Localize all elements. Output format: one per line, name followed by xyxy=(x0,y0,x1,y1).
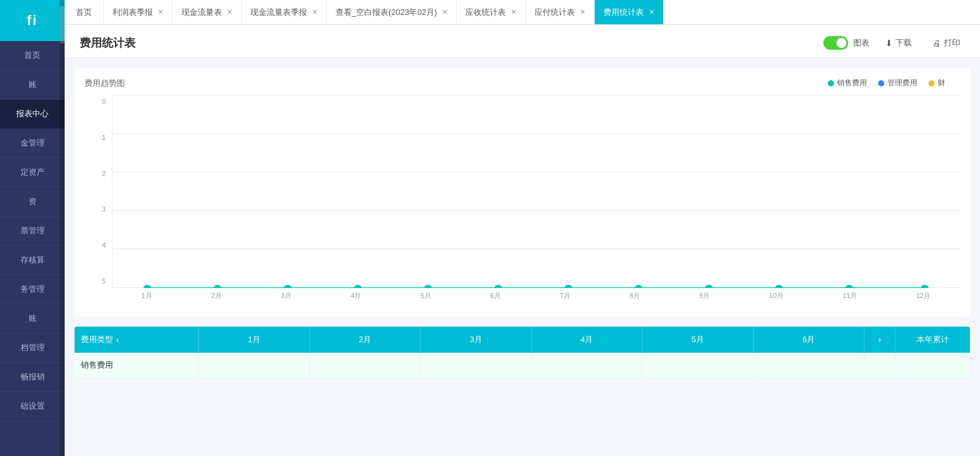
legend-label-admin: 管理费用 xyxy=(887,78,917,88)
print-button[interactable]: 🖨 打印 xyxy=(928,35,965,51)
y-label-2: 2 xyxy=(85,170,109,177)
sidebar-item-reports[interactable]: 报表中心 xyxy=(0,100,65,129)
x-label-2: 2月 xyxy=(211,291,222,307)
x-label-6: 6月 xyxy=(490,291,501,307)
tab-close-cashflow-quarterly[interactable]: ✕ xyxy=(312,8,318,16)
legend-item-sales: 销售费用 xyxy=(828,78,867,88)
scroll-thumb[interactable] xyxy=(60,6,65,44)
tab-close-receivable[interactable]: ✕ xyxy=(511,8,516,16)
x-label-8: 8月 xyxy=(630,291,640,307)
y-label-1: 1 xyxy=(85,134,109,141)
chart-dot-11 xyxy=(845,285,853,288)
sidebar-item-inventory[interactable]: 存核算 xyxy=(0,246,65,275)
tab-close-expense[interactable]: ✕ xyxy=(649,8,654,16)
th-nav-next[interactable]: › xyxy=(864,327,895,353)
x-label-4: 4月 xyxy=(350,291,361,307)
td-m2 xyxy=(310,353,421,378)
page-title: 费用统计表 xyxy=(80,35,135,50)
chart-dot-5 xyxy=(424,285,432,288)
chart-dot-8 xyxy=(634,285,642,288)
chart-toggle[interactable] xyxy=(823,36,848,50)
table-section: 费用类型 ‹ 1月 2月 3月 4月 5月 6月 › 本年累计 销售费用 xyxy=(75,327,970,378)
th-yearly: 本年累计 xyxy=(895,327,970,353)
x-label-9: 9月 xyxy=(699,291,710,307)
download-button[interactable]: ⬇ 下载 xyxy=(881,35,917,51)
th-month-2: 2月 xyxy=(310,327,421,353)
y-label-4: 4 xyxy=(85,242,109,249)
sidebar-item-cash[interactable]: 金管理 xyxy=(0,129,65,158)
th-month-5: 5月 xyxy=(643,327,754,353)
legend-dot-sales xyxy=(828,80,834,86)
tab-close-profit-quarterly[interactable]: ✕ xyxy=(158,8,163,16)
x-label-7: 7月 xyxy=(560,291,570,307)
x-axis: 1月 2月 3月 4月 5月 6月 7月 8月 9月 10月 11月 12月 xyxy=(112,291,960,307)
sidebar: fi 首页 账 报表中心 金管理 定资产 资 票管理 存核算 务管理 账 档管理… xyxy=(0,0,65,456)
sidebar-item-service[interactable]: 务管理 xyxy=(0,275,65,304)
tab-close-blank-report[interactable]: ✕ xyxy=(442,8,447,16)
chart-svg xyxy=(112,95,960,288)
legend-item-finance: 财 xyxy=(928,78,945,88)
sidebar-item-archive[interactable]: 档管理 xyxy=(0,333,65,363)
sidebar-item-home[interactable]: 首页 xyxy=(0,41,65,70)
th-month-6: 6月 xyxy=(754,327,865,353)
th-type: 费用类型 ‹ xyxy=(75,327,199,353)
toggle-label: 图表 xyxy=(853,37,869,49)
legend-dot-finance xyxy=(928,80,935,86)
chart-dot-7 xyxy=(564,285,572,288)
td-m5 xyxy=(643,353,754,378)
tab-close-cashflow[interactable]: ✕ xyxy=(227,8,232,16)
print-icon: 🖨 xyxy=(933,39,941,48)
y-axis: 5 4 3 2 1 0 xyxy=(85,95,109,288)
x-label-5: 5月 xyxy=(420,291,431,307)
chart-dot-4 xyxy=(354,285,362,288)
td-m6 xyxy=(754,353,865,378)
tab-payable[interactable]: 应付统计表 ✕ xyxy=(526,0,595,24)
x-label-12: 12月 xyxy=(916,291,930,307)
tab-expense[interactable]: 费用统计表 ✕ xyxy=(595,0,664,24)
download-icon: ⬇ xyxy=(886,39,892,48)
chart-dot-2 xyxy=(214,285,221,288)
td-m1 xyxy=(199,353,310,378)
sidebar-item-invoice[interactable]: 票管理 xyxy=(0,216,65,246)
nav-prev-arrow[interactable]: ‹ xyxy=(116,335,119,345)
chart-dot-1 xyxy=(144,285,151,288)
y-label-3: 3 xyxy=(85,206,109,213)
nav-next-arrow[interactable]: › xyxy=(878,335,881,345)
tab-profit-quarterly[interactable]: 利润表季报 ✕ xyxy=(104,0,173,24)
x-label-11: 11月 xyxy=(843,291,857,307)
x-label-1: 1月 xyxy=(142,291,152,307)
tab-cashflow-quarterly[interactable]: 现金流量表季报 ✕ xyxy=(242,0,327,24)
tab-blank-report[interactable]: 查看_空白报表(2023年02月) ✕ xyxy=(327,0,457,24)
chart-dot-10 xyxy=(775,285,782,288)
chart-dot-6 xyxy=(494,285,501,288)
sidebar-item-expense[interactable]: 畅报销 xyxy=(0,363,65,392)
tab-cashflow[interactable]: 现金流量表 ✕ xyxy=(173,0,242,24)
scrollbar[interactable] xyxy=(60,0,65,456)
sidebar-item-ledger[interactable]: 账 xyxy=(0,304,65,333)
page-header: 费用统计表 图表 ⬇ 下载 🖨 打印 xyxy=(65,25,980,58)
header-actions: 图表 ⬇ 下载 🖨 打印 xyxy=(823,35,965,51)
tab-receivable[interactable]: 应收统计表 ✕ xyxy=(457,0,526,24)
x-label-10: 10月 xyxy=(769,291,784,307)
tab-close-payable[interactable]: ✕ xyxy=(580,8,585,16)
chart-dot-12 xyxy=(921,285,928,288)
chart-area: 5 4 3 2 1 0 xyxy=(85,95,960,307)
legend-item-admin: 管理费用 xyxy=(878,78,917,88)
td-type-sales: 销售费用 xyxy=(75,353,199,378)
sidebar-item-assets[interactable]: 定资产 xyxy=(0,158,65,187)
tab-home[interactable]: 首页 xyxy=(65,0,104,24)
legend-dot-admin xyxy=(878,80,884,86)
y-label-5: 5 xyxy=(85,278,109,285)
legend-label-finance: 财 xyxy=(938,78,945,88)
y-label-0: 0 xyxy=(85,98,109,105)
chart-legend: 销售费用 管理费用 财 xyxy=(828,78,945,88)
th-month-1: 1月 xyxy=(199,327,310,353)
chart-dot-9 xyxy=(705,285,712,288)
td-yearly xyxy=(895,353,970,378)
sidebar-item-capital[interactable]: 资 xyxy=(0,187,65,216)
tab-bar: 首页 利润表季报 ✕ 现金流量表 ✕ 现金流量表季报 ✕ 查看_空白报表(202… xyxy=(65,0,980,25)
th-month-4: 4月 xyxy=(532,327,643,353)
sidebar-item-settings[interactable]: 础设置 xyxy=(0,392,65,421)
td-nav-spacer xyxy=(864,353,895,378)
sidebar-item-account[interactable]: 账 xyxy=(0,70,65,100)
